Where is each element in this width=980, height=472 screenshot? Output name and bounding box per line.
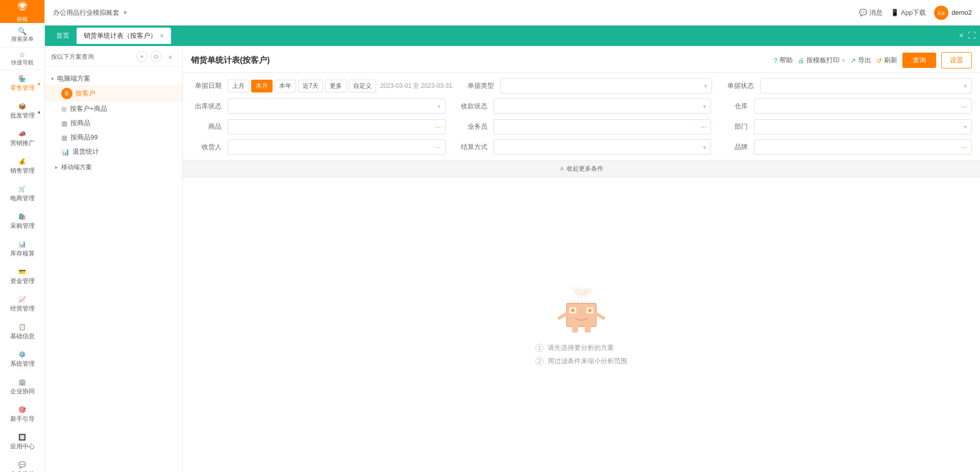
- collapse-panel-btn[interactable]: «: [165, 51, 176, 62]
- search-label: 搜索菜单: [3, 35, 41, 43]
- product-dots[interactable]: ···: [435, 123, 441, 131]
- salesperson-dots[interactable]: ···: [701, 123, 707, 131]
- sidebar-item-guide[interactable]: 🎯 新手引导: [0, 401, 44, 429]
- filter-row-1: 单据日期 上月 本月 本年 近7天 更多 自定义 2023-03-01 至 20…: [191, 78, 972, 93]
- expand-arrow2: ▴: [38, 109, 40, 114]
- app-logo: 标账: [0, 0, 44, 23]
- sidebar-item-wechat[interactable]: 💬 企业微信: [0, 456, 44, 472]
- brand-dots[interactable]: ···: [961, 143, 967, 151]
- sidebar-item-basic[interactable]: 📋 基础信息: [0, 318, 44, 346]
- warehouse-dots[interactable]: ···: [961, 102, 967, 110]
- order-type-arrow: ▾: [704, 82, 707, 90]
- department-label: 部门: [717, 122, 748, 131]
- sidebar-item-marketing[interactable]: 📣 营销推广: [0, 125, 44, 153]
- warehouse-select[interactable]: ···: [754, 99, 972, 114]
- app-download-btn[interactable]: 📱 App下载: [891, 8, 926, 17]
- empty-tips: 1 请先选择要分析的方案 2 用过滤条件来缩小分析范围: [535, 343, 627, 366]
- help-btn[interactable]: ? 帮助: [774, 56, 793, 65]
- tree-item-return-stat[interactable]: 📊 退货统计: [45, 145, 182, 159]
- sidebar-item-apps[interactable]: 🔲 应用中心: [0, 429, 44, 456]
- tab-sales-stat[interactable]: 销货单统计表（按客户） ×: [77, 28, 171, 44]
- receiver-select[interactable]: ···: [228, 139, 446, 155]
- sidebar-item-finance[interactable]: 💳 资金管理: [0, 263, 44, 291]
- sidebar-item-sales[interactable]: 💰 销售管理: [0, 153, 44, 180]
- system-icon: ⚙️: [18, 351, 26, 358]
- platform-dropdown-icon[interactable]: ▾: [124, 9, 127, 16]
- sidebar-item-ecommerce[interactable]: 🛒 电商管理: [0, 180, 44, 208]
- header-right: 💬 消息 📱 App下载 Ea demo2: [859, 6, 972, 20]
- print-btn[interactable]: 🖨 按模板打印 ▾: [798, 56, 845, 65]
- date-more[interactable]: 更多: [325, 80, 347, 92]
- message-btn[interactable]: 💬 消息: [859, 8, 883, 17]
- order-type-select[interactable]: ▾: [500, 78, 712, 93]
- receiver-dots[interactable]: ···: [435, 143, 441, 151]
- tree-item-by-product-99[interactable]: ▦ 按商品99: [45, 130, 182, 145]
- query-btn[interactable]: 查询: [902, 53, 936, 68]
- platform-title: 办公用品行业模拟账套: [53, 8, 119, 17]
- date-last-month[interactable]: 上月: [228, 80, 249, 92]
- sidebar-guide-label: 新手引导: [10, 415, 35, 423]
- guide-icon: 🎯: [18, 406, 26, 413]
- sidebar-purchase-label: 采购管理: [10, 222, 35, 230]
- settlement-label: 结算方式: [452, 143, 487, 152]
- tip-num-2: 2: [535, 357, 544, 365]
- sidebar-item-purchase[interactable]: 🛍️ 采购管理: [0, 208, 44, 235]
- tip-num-1: 1: [535, 344, 544, 352]
- filter-row-2: 出库状态 ▾ 收款状态 ▾ 仓库 ···: [191, 99, 972, 114]
- svg-point-9: [571, 309, 575, 312]
- tab-close-all[interactable]: ×: [959, 31, 964, 40]
- settings-scheme-btn[interactable]: ⊙: [151, 51, 162, 62]
- salesperson-label: 业务员: [452, 122, 487, 131]
- brand-select[interactable]: ···: [754, 139, 972, 155]
- settings-btn[interactable]: 设置: [941, 52, 972, 68]
- page-actions: ? 帮助 🖨 按模板打印 ▾ ↗ 导出 ↺: [774, 52, 972, 68]
- order-status-arrow: ▾: [964, 82, 967, 90]
- department-select[interactable]: ▾: [754, 119, 972, 134]
- order-type-label: 单据类型: [458, 81, 494, 90]
- warehouse-label: 仓库: [717, 102, 748, 111]
- tree-item-by-customer[interactable]: 客 按客户: [45, 85, 182, 102]
- order-status-select[interactable]: ▾: [760, 78, 972, 93]
- tree-group-mobile-header[interactable]: ▸ 移动端方案: [45, 161, 182, 174]
- date-last-7days[interactable]: 近7天: [298, 80, 323, 92]
- tree-group-pc: ▾ 电脑端方案 客 按客户 ⊞ 按客户+商品 ▦ 按商品: [45, 71, 182, 160]
- collapse-filter-btn[interactable]: ∧ 收起更多条件: [183, 160, 980, 178]
- product-icon: ▦: [61, 120, 67, 127]
- settlement-select[interactable]: ▾: [494, 139, 712, 155]
- tip-2-text: 用过滤条件来缩小分析范围: [548, 357, 627, 366]
- product-select[interactable]: ···: [228, 119, 446, 134]
- svg-point-10: [588, 309, 592, 312]
- user-avatar: Ea: [934, 6, 948, 20]
- add-scheme-btn[interactable]: +: [136, 51, 148, 62]
- app-download-label: App下载: [901, 8, 926, 17]
- tree-item-by-product[interactable]: ▦ 按商品: [45, 116, 182, 130]
- sidebar-item-inventory[interactable]: 📊 库存核算: [0, 235, 44, 263]
- purchase-icon: 🛍️: [18, 213, 26, 220]
- tree-group-mobile: ▸ 移动端方案: [45, 160, 182, 175]
- sidebar-item-operation[interactable]: 📈 经营管理: [0, 291, 44, 318]
- sidebar-item-system[interactable]: ⚙️ 系统管理: [0, 346, 44, 373]
- delivery-select[interactable]: ▾: [228, 99, 446, 114]
- sidebar-search[interactable]: 🔍 搜索菜单: [0, 23, 44, 48]
- right-panel: 销货单统计表(按客户) ? 帮助 🖨 按模板打印 ▾ ↗: [183, 46, 980, 472]
- salesperson-select[interactable]: ···: [494, 119, 712, 134]
- sidebar-item-enterprise[interactable]: 🏢 企业协同: [0, 373, 44, 401]
- refresh-btn[interactable]: ↺ 刷新: [876, 56, 897, 65]
- tab-close-btn[interactable]: ×: [160, 32, 164, 39]
- tree-group-pc-header[interactable]: ▾ 电脑端方案: [45, 72, 182, 85]
- page-header: 销货单统计表(按客户) ? 帮助 🖨 按模板打印 ▾ ↗: [183, 46, 980, 73]
- sidebar-item-wholesale[interactable]: 📦 批发管理 ▴: [0, 98, 44, 125]
- tab-maximize[interactable]: ⛶: [968, 31, 976, 40]
- sidebar-nav-quick[interactable]: ☆ 快捷导航: [0, 48, 44, 70]
- tree-item-customer-product[interactable]: ⊞ 按客户+商品: [45, 102, 182, 116]
- user-info[interactable]: Ea demo2: [934, 6, 972, 20]
- date-this-month[interactable]: 本月: [251, 80, 273, 92]
- date-label: 单据日期: [191, 81, 222, 90]
- left-panel-header: 按以下方案查询 + ⊙ «: [45, 46, 182, 67]
- payment-select[interactable]: ▾: [494, 99, 712, 114]
- date-custom[interactable]: 自定义: [349, 80, 376, 92]
- date-this-year[interactable]: 本年: [275, 80, 296, 92]
- export-btn[interactable]: ↗ 导出: [850, 56, 871, 65]
- tab-home[interactable]: 首页: [49, 28, 77, 44]
- sidebar-item-retail[interactable]: 🏪 零售管理 ▾: [0, 70, 44, 98]
